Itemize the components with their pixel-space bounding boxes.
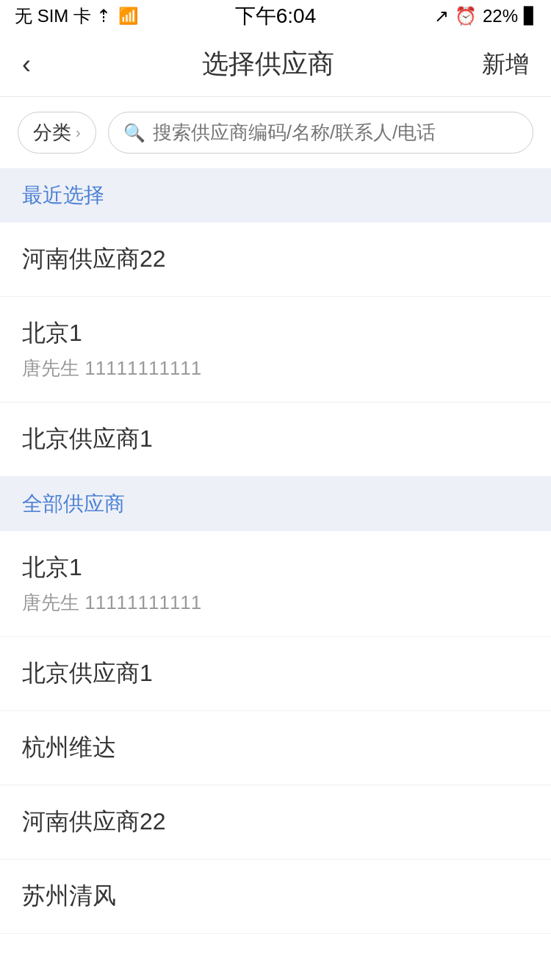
status-right: ↗ ⏰ 22% ▊	[434, 6, 536, 26]
item-name: 北京1	[22, 552, 529, 584]
page-title: 选择供应商	[66, 46, 470, 82]
item-name: 北京供应商1	[22, 423, 529, 455]
list-item[interactable]: 苏州清风	[0, 860, 551, 934]
item-name: 苏州清风	[22, 880, 529, 912]
filter-bar: 分类 › 🔍	[0, 97, 551, 168]
alarm-icon: ⏰	[455, 6, 477, 26]
item-name: 北京供应商1	[22, 657, 529, 690]
list-item[interactable]: 北京供应商1	[0, 637, 551, 711]
list-item[interactable]: 杭州维达	[0, 711, 551, 785]
battery-percent: 22%	[483, 6, 518, 26]
wifi-icon: 📶	[118, 7, 138, 26]
list-item[interactable]: 北京1 唐先生 11111111111	[0, 531, 551, 637]
sim-status: 无 SIM 卡 ⇡	[15, 4, 111, 28]
category-label: 分类	[33, 120, 71, 145]
search-input[interactable]	[153, 121, 518, 144]
recent-section-header: 最近选择	[0, 168, 551, 223]
search-icon: 🔍	[123, 123, 145, 143]
item-name: 河南供应商22	[22, 243, 529, 275]
nav-bar: ‹ 选择供应商 新增	[0, 32, 551, 97]
search-box[interactable]: 🔍	[108, 112, 533, 154]
list-item[interactable]: 北京供应商1	[0, 403, 551, 477]
battery-icon: ▊	[524, 7, 536, 26]
list-item[interactable]: 北京1 唐先生 11111111111	[0, 297, 551, 403]
add-button[interactable]: 新增	[470, 48, 529, 81]
item-name: 河南供应商22	[22, 806, 529, 838]
all-section-header: 全部供应商	[0, 477, 551, 531]
list-item[interactable]: 河南供应商22	[0, 785, 551, 860]
item-detail: 唐先生 11111111111	[22, 356, 529, 381]
chevron-right-icon: ›	[76, 124, 81, 141]
item-detail: 唐先生 11111111111	[22, 590, 529, 616]
location-icon: ↗	[434, 6, 449, 26]
list-item[interactable]: 河南供应商22	[0, 223, 551, 297]
item-name: 杭州维达	[22, 732, 529, 764]
status-bar: 无 SIM 卡 ⇡ 📶 下午6:04 ↗ ⏰ 22% ▊	[0, 0, 551, 32]
category-button[interactable]: 分类 ›	[18, 112, 96, 154]
status-left: 无 SIM 卡 ⇡ 📶	[15, 4, 138, 28]
status-time: 下午6:04	[235, 2, 317, 30]
item-name: 北京1	[22, 317, 529, 350]
back-button[interactable]: ‹	[22, 49, 66, 80]
